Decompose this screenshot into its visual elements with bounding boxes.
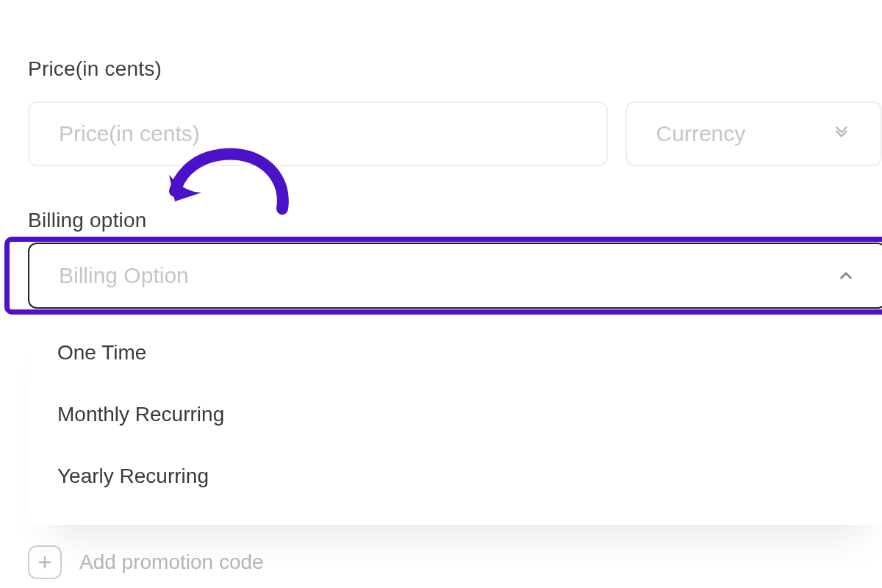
chevron-down-icon	[832, 124, 851, 143]
add-promotion-code-button[interactable]	[28, 545, 62, 579]
add-promotion-code-label: Add promotion code	[79, 551, 264, 574]
price-input[interactable]: Price(in cents)	[28, 101, 608, 166]
billing-option-dropdown: One Time Monthly Recurring Yearly Recurr…	[28, 310, 882, 525]
billing-option-select[interactable]: Billing Option	[28, 243, 882, 309]
billing-option-monthly[interactable]: Monthly Recurring	[28, 384, 882, 445]
chevron-up-icon	[836, 266, 856, 285]
billing-option-label: Billing option	[28, 209, 882, 232]
billing-option-placeholder: Billing Option	[59, 263, 189, 288]
price-label: Price(in cents)	[28, 57, 882, 81]
currency-placeholder: Currency	[656, 121, 746, 146]
billing-option-one-time[interactable]: One Time	[28, 322, 882, 384]
plus-icon	[37, 554, 53, 570]
currency-select[interactable]: Currency	[625, 101, 882, 166]
price-placeholder: Price(in cents)	[59, 121, 200, 146]
billing-option-yearly[interactable]: Yearly Recurring	[28, 445, 882, 507]
price-currency-row: Price(in cents) Currency	[28, 101, 882, 166]
